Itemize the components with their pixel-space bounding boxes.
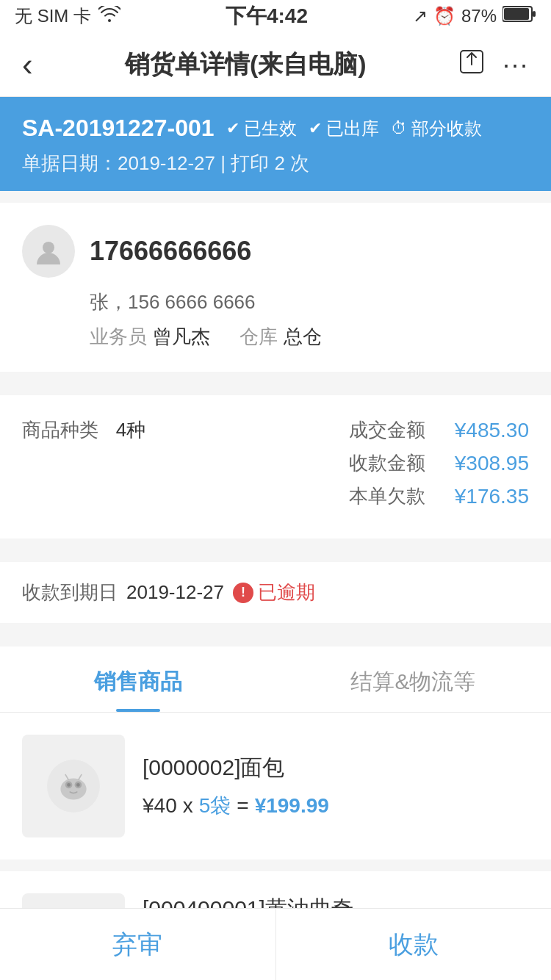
svg-point-9 [67,783,71,787]
product-name-1: [0000002]面包 [143,753,529,783]
tab-2-label: 结算&物流等 [350,669,475,693]
battery-percentage: 87% [461,6,497,26]
avatar [22,225,75,278]
divider-3 [0,550,551,562]
clock-icon: ⏱ [391,119,407,138]
summary-left: 商品种类 4种 [22,417,145,449]
status-label-3: 部分收款 [411,117,482,140]
nav-actions: ··· [458,48,529,80]
divider-2 [0,383,551,395]
amount-value-2: ¥308.95 [455,452,529,475]
tab-settlement[interactable]: 结算&物流等 [276,646,551,712]
order-meta-print: 打印 2 次 [231,152,309,174]
price-qty-1: 5袋 [199,792,231,820]
product-info-1: [0000002]面包 ¥40 x 5袋 = ¥199.99 [143,753,529,820]
order-meta-sep: | [220,152,231,174]
status-badge-1: ✔ 已生效 [226,117,297,140]
svg-point-6 [60,779,86,800]
divider-4 [0,635,551,646]
svg-point-10 [76,783,80,787]
price-base-1: ¥40 [143,794,177,818]
amount-label-1: 成交金额 [349,417,425,443]
status-left: 无 SIM 卡 [15,4,120,28]
overdue-badge: ! 已逾期 [233,580,315,605]
summary-section: 商品种类 4种 成交金额 ¥485.30 收款金额 ¥308.95 本单欠款 ¥… [0,395,551,538]
order-id: SA-20191227-001 [22,115,215,142]
product-image-1 [22,735,125,837]
warehouse-value: 总仓 [284,324,322,350]
product-type-label: 商品种类 [22,419,98,441]
product-card-1: [0000002]面包 ¥40 x 5袋 = ¥199.99 [0,713,551,860]
nav-bar: ‹ 销货单详情(来自电脑) ··· [0,32,551,97]
page-title: 销货单详情(来自电脑) [125,48,367,82]
salesperson-value: 曾凡杰 [153,324,210,350]
price-x-1: x [183,794,193,818]
overdue-icon: ! [233,583,253,603]
warehouse-item: 仓库 总仓 [240,324,322,350]
amount-value-1: ¥485.30 [455,419,529,442]
customer-detail: 张，156 6666 6666 [22,289,529,315]
location-icon: ↗ [413,6,428,26]
amount-value-3: ¥176.35 [455,485,529,508]
amount-label-3: 本单欠款 [349,483,425,509]
back-button[interactable]: ‹ [22,46,33,83]
carrier-text: 无 SIM 卡 [15,4,91,28]
share-button[interactable] [458,48,485,80]
order-banner-top: SA-20191227-001 ✔ 已生效 ✔ 已出库 ⏱ 部分收款 [22,115,529,142]
customer-name: 17666666666 [90,236,251,267]
due-label: 收款到期日 [22,580,118,605]
due-section: 收款到期日 2019-12-27 ! 已逾期 [0,562,551,623]
product-type-value: 4种 [116,419,145,441]
product-type-item: 商品种类 4种 [22,417,145,443]
divider-1 [0,191,551,203]
amount-row-2: 收款金额 ¥308.95 [349,450,529,476]
status-label-2: 已出库 [326,117,379,140]
order-meta: 单据日期：2019-12-27 | 打印 2 次 [22,151,529,176]
check-icon-1: ✔ [226,119,240,138]
due-date: 2019-12-27 [126,581,224,604]
status-time: 下午4:42 [226,2,308,30]
alarm-icon: ⏰ [433,6,455,26]
price-eq-1: = [237,794,248,818]
warehouse-label: 仓库 [240,324,278,350]
summary-right: 成交金额 ¥485.30 收款金额 ¥308.95 本单欠款 ¥176.35 [349,417,529,516]
bottom-bar: 弃审 收款 [0,908,551,980]
amount-label-2: 收款金额 [349,450,425,476]
status-badge-2: ✔ 已出库 [309,117,379,140]
check-icon-2: ✔ [309,119,322,138]
collect-payment-button[interactable]: 收款 [276,909,552,980]
price-total-1: ¥199.99 [255,794,329,818]
amount-row-3: 本单欠款 ¥176.35 [349,483,529,509]
wifi-icon [98,6,120,26]
tab-1-label: 销售商品 [94,669,182,693]
customer-section: 17666666666 张，156 6666 6666 业务员 曾凡杰 仓库 总… [0,203,551,372]
order-meta-date: 单据日期：2019-12-27 [22,152,215,174]
status-right: ↗ ⏰ 87% [413,6,536,26]
product-price-row-1: ¥40 x 5袋 = ¥199.99 [143,792,529,820]
tabs-row: 销售商品 结算&物流等 [0,646,551,712]
amount-row-1: 成交金额 ¥485.30 [349,417,529,443]
svg-rect-2 [533,11,536,17]
overdue-text: 已逾期 [258,580,315,605]
battery-icon [503,6,536,26]
salesperson-label: 业务员 [90,324,147,350]
status-badge-3: ⏱ 部分收款 [391,117,482,140]
svg-rect-1 [504,8,529,20]
tabs-section: 销售商品 结算&物流等 [0,646,551,713]
more-button[interactable]: ··· [503,49,529,80]
status-label-1: 已生效 [244,117,297,140]
status-bar: 无 SIM 卡 下午4:42 ↗ ⏰ 87% [0,0,551,32]
order-banner: SA-20191227-001 ✔ 已生效 ✔ 已出库 ⏱ 部分收款 单据日期：… [0,97,551,191]
customer-row: 17666666666 [22,225,529,278]
svg-point-4 [43,242,54,253]
customer-info-row: 业务员 曾凡杰 仓库 总仓 [22,324,529,350]
salesperson-item: 业务员 曾凡杰 [90,324,210,350]
cancel-review-button[interactable]: 弃审 [0,909,276,980]
tab-sales-products[interactable]: 销售商品 [0,646,276,712]
